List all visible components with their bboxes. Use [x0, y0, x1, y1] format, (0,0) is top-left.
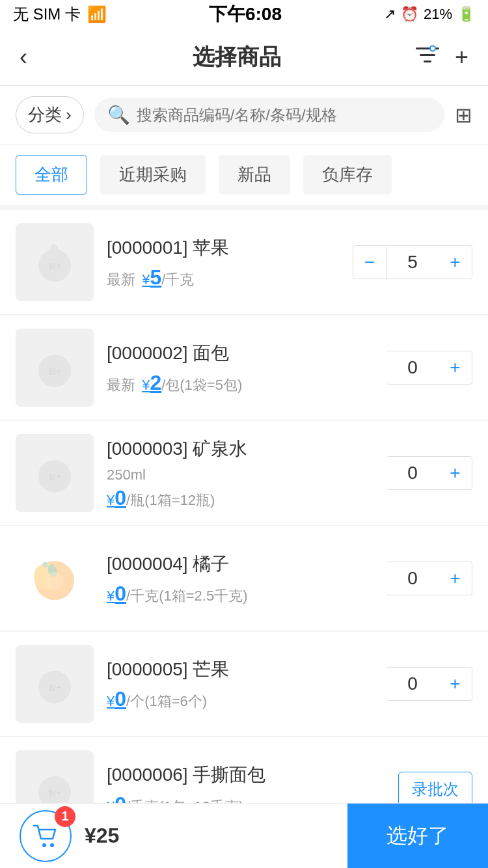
price-value: 0: [115, 486, 126, 509]
location-icon: ↗: [384, 6, 396, 23]
product-price: 最新 ¥5/千克: [107, 265, 340, 290]
carrier-text: 无 SIM 卡: [13, 4, 81, 25]
batch-button[interactable]: 录批次: [398, 772, 472, 807]
page-title: 选择商品: [193, 42, 281, 72]
price-unit: /包: [161, 377, 180, 393]
quantity-input[interactable]: [386, 456, 439, 490]
price-value: 5: [150, 265, 161, 289]
quantity-control: +: [386, 351, 472, 385]
price-spec: (1箱=12瓶): [144, 492, 215, 508]
svg-point-3: [430, 46, 435, 51]
quantity-control: − +: [353, 245, 472, 279]
price-spec: (1箱=2.5千克): [159, 588, 247, 604]
product-info: [0000004] 橘子 ¥0/千克(1箱=2.5千克): [107, 552, 373, 606]
list-item: [0000004] 橘子 ¥0/千克(1箱=2.5千克) +: [0, 526, 488, 631]
quantity-input[interactable]: [386, 667, 439, 701]
product-name: [0000001] 苹果: [107, 236, 340, 260]
category-button[interactable]: 分类 ›: [16, 96, 84, 133]
increase-button[interactable]: +: [439, 667, 472, 701]
product-image: [16, 539, 94, 617]
product-info: [0000003] 矿泉水 250ml ¥0/瓶(1箱=12瓶): [107, 437, 373, 510]
product-name: [0000002] 面包: [107, 341, 373, 366]
cart-total: ¥25: [85, 824, 119, 848]
status-right: ↗ ⏰ 21% 🔋: [384, 6, 475, 23]
price-spec: (1袋=5包): [180, 377, 242, 393]
cart-section: 1 ¥25: [0, 810, 347, 862]
svg-text:智+: 智+: [48, 367, 61, 376]
price-unit: /瓶: [126, 492, 144, 508]
nav-actions: +: [416, 44, 468, 71]
chevron-right-icon: ›: [66, 105, 72, 125]
product-image: 智+: [16, 434, 94, 512]
status-left: 无 SIM 卡 📶: [13, 4, 107, 25]
tab-recent-purchase[interactable]: 近期采购: [100, 155, 206, 195]
cart-button[interactable]: 1: [20, 810, 72, 862]
quantity-control: +: [386, 562, 472, 595]
price-symbol: ¥: [142, 377, 150, 393]
filter-icon[interactable]: [416, 45, 439, 69]
tab-negative-stock[interactable]: 负库存: [303, 155, 392, 195]
increase-button[interactable]: +: [439, 562, 472, 595]
product-name: [0000003] 矿泉水: [107, 437, 373, 461]
price-unit: /千克: [161, 271, 194, 288]
product-info: [0000001] 苹果 最新 ¥5/千克: [107, 236, 340, 290]
product-price: ¥0/瓶(1箱=12瓶): [107, 486, 373, 510]
quantity-input[interactable]: [386, 245, 439, 279]
category-label: 分类: [28, 103, 62, 126]
increase-button[interactable]: +: [439, 351, 472, 385]
wifi-icon: 📶: [87, 5, 107, 23]
search-input[interactable]: [137, 106, 431, 124]
list-item: 智+ [0000005] 芒果 ¥0/个(1箱=6个) +: [0, 632, 488, 737]
quantity-control: +: [386, 667, 472, 701]
product-name: [0000005] 芒果: [107, 657, 373, 682]
search-input-wrap: 🔍: [94, 98, 444, 132]
price-symbol: ¥: [107, 693, 115, 709]
product-info: [0000005] 芒果 ¥0/个(1箱=6个): [107, 657, 373, 711]
list-item: 智+ [0000003] 矿泉水 250ml ¥0/瓶(1箱=12瓶) +: [0, 421, 488, 526]
increase-button[interactable]: +: [439, 245, 472, 279]
battery-icon: 🔋: [457, 6, 475, 23]
svg-point-23: [42, 843, 46, 847]
svg-point-16: [46, 572, 64, 590]
back-button[interactable]: ‹: [20, 44, 59, 71]
price-symbol: ¥: [107, 588, 115, 604]
confirm-button[interactable]: 选好了: [347, 804, 488, 869]
price-value: 0: [115, 582, 126, 605]
svg-text:智+: 智+: [48, 789, 61, 798]
product-price: ¥0/千克(1箱=2.5千克): [107, 582, 373, 606]
increase-button[interactable]: +: [439, 456, 472, 490]
price-unit: /千克: [126, 588, 159, 604]
bottom-bar: 1 ¥25 选好了: [0, 803, 488, 868]
svg-text:智+: 智+: [48, 683, 61, 692]
status-time: 下午6:08: [209, 2, 282, 27]
product-spec: 250ml: [107, 467, 373, 483]
product-price: 最新 ¥2/包(1袋=5包): [107, 371, 373, 395]
cart-badge: 1: [55, 806, 75, 827]
product-image: 智+: [16, 223, 94, 301]
price-latest-label: 最新: [107, 271, 139, 288]
product-info: [0000002] 面包 最新 ¥2/包(1袋=5包): [107, 341, 373, 395]
quantity-input[interactable]: [386, 562, 439, 595]
list-item: 智+ [0000002] 面包 最新 ¥2/包(1袋=5包) +: [0, 316, 488, 420]
decrease-button[interactable]: −: [353, 245, 386, 279]
tab-new-products[interactable]: 新品: [219, 155, 290, 195]
product-list: 智+ [0000001] 苹果 最新 ¥5/千克 − + 智+ [0000002…: [0, 210, 488, 868]
svg-point-24: [50, 843, 54, 847]
svg-rect-1: [420, 54, 435, 56]
status-bar: 无 SIM 卡 📶 下午6:08 ↗ ⏰ 21% 🔋: [0, 0, 488, 29]
filter-tabs: 全部 近期采购 新品 负库存: [0, 144, 488, 210]
scan-icon[interactable]: ⊞: [455, 103, 472, 128]
price-unit: /个: [126, 693, 144, 709]
tab-all[interactable]: 全部: [16, 155, 87, 195]
add-button[interactable]: +: [455, 44, 468, 71]
product-name: [0000006] 手撕面包: [107, 763, 385, 787]
search-bar: 分类 › 🔍 ⊞: [0, 86, 488, 144]
price-symbol: ¥: [142, 271, 150, 288]
product-price: ¥0/个(1箱=6个): [107, 687, 373, 711]
alarm-icon: ⏰: [401, 6, 418, 23]
price-symbol: ¥: [107, 492, 115, 508]
search-icon: 🔍: [107, 104, 130, 126]
quantity-control: 录批次: [398, 772, 472, 807]
svg-point-15: [42, 562, 47, 567]
quantity-input[interactable]: [386, 351, 439, 385]
